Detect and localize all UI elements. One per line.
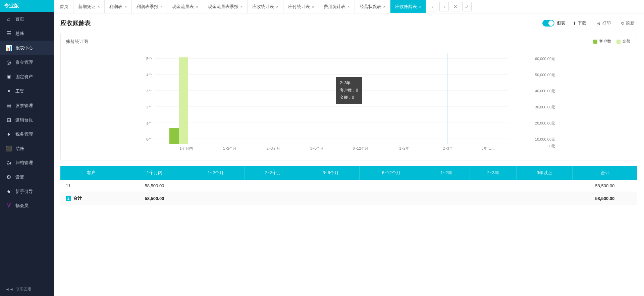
svg-text:0个: 0个	[146, 137, 152, 141]
svg-text:2个: 2个	[146, 105, 152, 109]
total-cell-total: 58,500.00	[573, 192, 637, 205]
print-btn[interactable]: 🖨 打印	[594, 19, 613, 28]
print-icon: 🖨	[596, 21, 601, 26]
total-cell-m1: 58,500.00	[122, 192, 187, 205]
tab-cashflow[interactable]: 现金流量表 ×	[167, 0, 203, 13]
sidebar-item-funds[interactable]: ◎ 资金管理	[0, 55, 54, 69]
refresh-btn[interactable]: ↻ 刷新	[618, 19, 637, 28]
svg-text:50,000.00元: 50,000.00元	[535, 73, 555, 77]
sidebar-item-label: 税务管理	[15, 131, 33, 137]
sidebar-item-assets[interactable]: ▣ 固定资产	[0, 69, 54, 84]
col-header-y12: 1~2年	[423, 166, 470, 180]
download-btn[interactable]: ⬇ 下载	[570, 19, 589, 28]
tab-profit-close[interactable]: ×	[124, 5, 126, 9]
tab-ar-aging[interactable]: 应收账龄表 ×	[390, 0, 426, 13]
download-icon: ⬇	[573, 21, 576, 26]
tab-maximize-btn[interactable]: ⤢	[462, 2, 472, 11]
ledger-icon: ☰	[5, 30, 12, 37]
col-header-y3plus: 3年以上	[517, 166, 573, 180]
tab-profit-label: 利润表	[109, 4, 122, 10]
sidebar-item-guide[interactable]: ★ 新手引导	[0, 184, 54, 199]
svg-text:1~2个月: 1~2个月	[223, 146, 237, 150]
cell-m612	[360, 180, 423, 192]
tab-expense-stats-label: 费用统计表	[324, 4, 345, 10]
sidebar-item-closing[interactable]: ⬛ 结账	[0, 141, 54, 156]
tab-business-stats-close[interactable]: ×	[383, 5, 385, 9]
tab-ar-aging-close[interactable]: ×	[419, 5, 421, 9]
tab-business-stats[interactable]: 经营状况表 ×	[355, 0, 390, 13]
col-header-m1: 1个月内	[122, 166, 187, 180]
tab-ar-stats[interactable]: 应收统计表 ×	[248, 0, 283, 13]
tab-voucher-close[interactable]: ×	[98, 5, 100, 9]
legend-amount: 金额	[616, 39, 630, 44]
sidebar-item-ledger[interactable]: ☰ 总账	[0, 26, 54, 41]
tab-expense-stats-close[interactable]: ×	[347, 5, 350, 9]
sidebar-item-invoice[interactable]: ▤ 发票管理	[0, 98, 54, 113]
cell-customer: 11	[60, 180, 122, 192]
svg-text:6~12个月: 6~12个月	[353, 146, 369, 150]
sidebar-toggle-pin[interactable]: ◄◄ 取消固定	[0, 282, 54, 296]
print-label: 打印	[602, 20, 611, 26]
sidebar-item-label: 首页	[15, 16, 24, 22]
tab-profit-quarter-label: 利润表季报	[137, 4, 158, 10]
cell-y3plus	[517, 180, 573, 192]
sidebar-item-sales[interactable]: ⊞ 进销台账	[0, 113, 54, 127]
legend-amount-dot	[616, 40, 621, 44]
tab-cashflow-quarter-label: 现金流量表季报	[208, 4, 238, 10]
tab-cashflow-quarter[interactable]: 现金流量表季报 ×	[203, 0, 248, 13]
settings-icon: ⚙	[5, 174, 12, 180]
main-area: 首页 新增凭证 × 利润表 × 利润表季报 × 现金流量表 × 现金流量表季报 …	[54, 0, 644, 296]
bar-m1-count	[169, 128, 179, 144]
sidebar-item-reports[interactable]: 📊 报表中心	[0, 41, 54, 55]
cell-total: 58,500.00	[573, 180, 637, 192]
table-row: 11 58,500.00 58,500.00	[60, 180, 637, 192]
table-header-row: 客户 1个月内 1~2个月 2~3个月 3~6个月 6~12个月 1~2年 2~…	[60, 166, 637, 180]
svg-text:30,000.00元: 30,000.00元	[535, 105, 555, 109]
salary-icon: ✦	[5, 88, 12, 94]
tab-ap-stats-close[interactable]: ×	[312, 5, 314, 9]
header-actions: 图表 ⬇ 下载 🖨 打印 ↻ 刷新	[542, 19, 637, 28]
chart-toggle[interactable]	[542, 20, 554, 27]
tab-close-all-btn[interactable]: ✕	[451, 2, 460, 11]
sidebar-item-salary[interactable]: ✦ 工资	[0, 84, 54, 98]
tab-cashflow-close[interactable]: ×	[196, 5, 198, 9]
tab-profit-quarter-close[interactable]: ×	[160, 5, 162, 9]
tax-icon: ♦	[5, 131, 12, 137]
sidebar-item-label: 固定资产	[15, 74, 33, 80]
tab-home[interactable]: 首页	[55, 0, 73, 13]
funds-icon: ◎	[5, 59, 12, 65]
col-header-m612: 6~12个月	[360, 166, 423, 180]
tab-voucher[interactable]: 新增凭证 ×	[73, 0, 105, 13]
chart-svg: 5个 4个 3个 2个 1个 0个 60,000.00元 50,000.00元 …	[66, 50, 632, 157]
member-icon: V	[5, 203, 12, 209]
svg-text:3~6个月: 3~6个月	[310, 146, 324, 150]
chart-area: 账龄统计图 客户数 金额 5个 4个 3个	[60, 33, 637, 160]
tab-ap-stats[interactable]: 应付统计表 ×	[283, 0, 319, 13]
sidebar-item-home[interactable]: ⌂ 首页	[0, 12, 54, 26]
sidebar-item-label: 归档管理	[15, 160, 33, 166]
tab-cashflow-quarter-close[interactable]: ×	[240, 5, 243, 9]
legend-amount-label: 金额	[622, 39, 630, 44]
sidebar-item-archive[interactable]: 🗂 归档管理	[0, 156, 54, 170]
sidebar-item-tax[interactable]: ♦ 税务管理	[0, 127, 54, 141]
tab-profit[interactable]: 利润表 ×	[105, 0, 131, 13]
tab-expense-stats[interactable]: 费用统计表 ×	[319, 0, 355, 13]
assets-icon: ▣	[5, 73, 12, 80]
tabs-bar: 首页 新增凭证 × 利润表 × 利润表季报 × 现金流量表 × 现金流量表季报 …	[54, 0, 644, 13]
svg-text:60,000.00元: 60,000.00元	[535, 57, 555, 61]
data-table: 客户 1个月内 1~2个月 2~3个月 3~6个月 6~12个月 1~2年 2~…	[60, 166, 637, 205]
home-icon: ⌂	[5, 16, 12, 22]
tab-ar-stats-close[interactable]: ×	[276, 5, 278, 9]
total-cell-y23	[470, 192, 516, 205]
sidebar-item-settings[interactable]: ⚙ 设置	[0, 170, 54, 184]
page-title: 应收账龄表	[60, 19, 91, 27]
app-logo: 专业版	[0, 0, 54, 12]
sidebar-item-member[interactable]: V 畅会员	[0, 199, 54, 213]
tab-profit-quarter[interactable]: 利润表季报 ×	[132, 0, 167, 13]
bar-m1-amount	[179, 57, 188, 144]
cell-m12	[187, 180, 245, 192]
tab-prev-btn[interactable]: ‹	[428, 2, 437, 11]
tab-next-btn[interactable]: ›	[439, 2, 449, 11]
sidebar-item-label: 报表中心	[15, 45, 33, 51]
legend-customer-count-dot	[593, 40, 597, 44]
